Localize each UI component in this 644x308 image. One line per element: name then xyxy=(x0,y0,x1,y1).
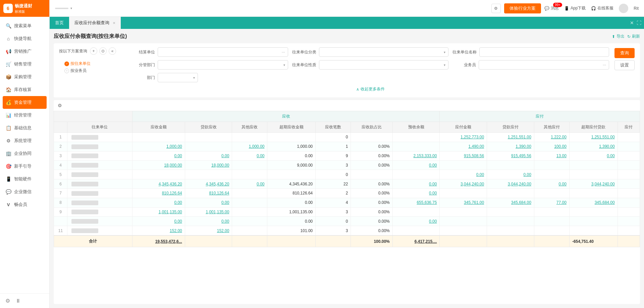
cell-ar-ratio: 0.00% xyxy=(351,161,392,170)
sidebar-item-corp[interactable]: 🏢 企业协同 xyxy=(0,147,49,160)
cell-ap-overdue[interactable]: 0.00 xyxy=(569,151,618,161)
partner-cat-select[interactable]: ▾ xyxy=(319,47,449,57)
cell-ar-amount[interactable]: 18,000.00 xyxy=(132,161,185,170)
tab-ar-query[interactable]: 应收应付余额查询 ✕ xyxy=(69,17,121,29)
cell-ar-prepay[interactable]: 655,636.75 xyxy=(392,198,440,207)
cell-ap-other[interactable]: 100.00 xyxy=(534,142,569,151)
sidebar-item-purchase[interactable]: 📦 采购管理 xyxy=(0,71,49,83)
cell-ar-amount[interactable]: 1,000.00 xyxy=(132,142,185,151)
cell-ap-overdue[interactable]: 1,251,551.00 xyxy=(569,133,618,142)
settings-icon[interactable]: ⚙ xyxy=(5,298,10,304)
partner-nature-select[interactable]: ▾ xyxy=(319,60,449,70)
collapse-button[interactable]: ∧ 收起更多条件 xyxy=(355,85,386,93)
cell-ap-overdue[interactable]: 1,390.00 xyxy=(569,142,618,151)
setting-button[interactable]: 设置 xyxy=(614,60,635,70)
sidebar-item-operation[interactable]: 📊 经营管理 xyxy=(0,109,49,122)
scheme-by-partner[interactable]: ✓ 按往来单位 xyxy=(64,61,126,67)
cell-ap-overdue[interactable]: 345,684.00 xyxy=(569,198,618,207)
cell-ar-loan[interactable]: 0.00 xyxy=(185,151,232,161)
cell-ap-amount[interactable]: 915,508.56 xyxy=(440,151,487,161)
tab-home[interactable]: 首页 xyxy=(50,17,69,29)
cell-ap-other[interactable]: 1,222.00 xyxy=(534,133,569,142)
cell-ap-loan[interactable]: 1,390.00 xyxy=(487,142,534,151)
cell-ap-amount[interactable]: 0.00 xyxy=(440,170,487,179)
service-button[interactable]: 🎧 在线客服 xyxy=(591,5,613,11)
collapse-icon[interactable]: ⏸ xyxy=(15,298,21,304)
cell-ap-loan[interactable]: 0.00 xyxy=(487,170,534,179)
refresh-button[interactable]: ↻ 刷新 xyxy=(627,34,640,39)
query-button[interactable]: 查询 xyxy=(614,48,635,58)
sidebar-item-hardware[interactable]: 📱 智能硬件 xyxy=(0,173,49,185)
collapse-scheme-button[interactable]: « xyxy=(109,47,116,55)
cell-ap-amount[interactable]: 345,761.00 xyxy=(440,198,487,207)
sidebar-item-vip[interactable]: V 畅会员 xyxy=(0,198,49,211)
dept-select[interactable]: ▾ xyxy=(158,73,198,82)
cell-ar-amount[interactable]: 0.00 xyxy=(132,151,185,161)
add-scheme-button[interactable]: + xyxy=(90,47,97,55)
sidebar-item-marketing[interactable]: 📢 营销推广 xyxy=(0,45,49,58)
cell-ar-amount[interactable]: 4,345,436.20 xyxy=(132,179,185,189)
footer-ar-amount[interactable]: 19,553,472,6... xyxy=(132,235,185,247)
tab-close-icon[interactable]: ✕ xyxy=(113,21,115,25)
cell-ar-other[interactable]: 1,000.00 xyxy=(232,142,267,151)
cell-ar-loan[interactable]: 152.00 xyxy=(185,226,232,235)
cell-ap-other[interactable]: 77.00 xyxy=(534,198,569,207)
cell-ar-other[interactable]: 0.00 xyxy=(232,151,267,161)
cell-ar-prepay[interactable]: 0.00 xyxy=(392,188,440,198)
cell-ar-amount[interactable]: 810,126.64 xyxy=(132,188,185,198)
tab-expand-icon[interactable]: ⛶ xyxy=(637,20,641,26)
cell-ap-amount[interactable]: 1,252,773.00 xyxy=(440,133,487,142)
manage-scheme-button[interactable]: ⊙ xyxy=(99,47,107,55)
cell-ar-prepay[interactable]: 0.00 xyxy=(392,179,440,189)
avatar[interactable] xyxy=(619,4,628,13)
cell-ar-amount[interactable]: 152.00 xyxy=(132,226,185,235)
cell-ap-loan[interactable]: 345,684.00 xyxy=(487,198,534,207)
footer-ar-prepay[interactable]: 6,417,215.... xyxy=(392,235,440,247)
cell-ar-loan[interactable]: 0.00 xyxy=(185,217,232,226)
sidebar-item-guide[interactable]: 🎯 新手引导 xyxy=(0,160,49,173)
cell-ar-loan[interactable]: 810,126.64 xyxy=(185,188,232,198)
cell-ar-prepay[interactable]: 0.00 xyxy=(392,217,440,226)
settlement-input[interactable]: ··· xyxy=(158,47,288,57)
cell-ar-other[interactable]: 0.00 xyxy=(232,179,267,189)
gear-button[interactable]: ⚙ xyxy=(491,4,501,13)
sidebar-item-inventory[interactable]: 🏠 库存核算 xyxy=(0,83,49,96)
partner-name-input[interactable] xyxy=(479,47,609,57)
dept-manage-select[interactable]: ▾ xyxy=(158,60,288,70)
tab-close-all-icon[interactable]: ✕ xyxy=(630,20,634,26)
cell-ar-prepay[interactable]: 0.00 xyxy=(392,161,440,170)
cell-ap-other[interactable]: 0.00 xyxy=(534,179,569,189)
sidebar-item-system[interactable]: ⚙ 系统管理 xyxy=(0,134,49,147)
salesman-input[interactable]: ··· xyxy=(479,60,609,70)
cell-ar-amount[interactable]: 0.00 xyxy=(132,198,185,207)
cell-ap-amount[interactable]: 1,490.00 xyxy=(440,142,487,151)
cell-ap-overdue[interactable]: 3,044,240.00 xyxy=(569,179,618,189)
cell-ap-loan[interactable]: 915,495.56 xyxy=(487,151,534,161)
cell-ar-amount[interactable]: 0.00 xyxy=(132,217,185,226)
table-settings-icon[interactable]: ⚙ xyxy=(58,103,62,108)
username-label[interactable]: Rit xyxy=(634,6,639,11)
message-button[interactable]: 💬 消息 99+ xyxy=(544,5,559,11)
scheme-by-salesman[interactable]: ○ 按业务员 xyxy=(64,68,126,74)
download-button[interactable]: 📱 App下载 xyxy=(564,5,586,11)
cell-ar-loan[interactable]: 0.00 xyxy=(185,198,232,207)
chevron-down-icon[interactable]: ▾ xyxy=(70,6,72,10)
cell-ap-loan[interactable]: 1,251,551.00 xyxy=(487,133,534,142)
cell-ap-amount[interactable]: 3,044,240.00 xyxy=(440,179,487,189)
sidebar-item-sales[interactable]: 🛒 销售管理 xyxy=(0,58,49,71)
sidebar-item-quick-nav[interactable]: ⌂ 快捷导航 xyxy=(0,32,49,45)
cell-ar-prepay[interactable]: 2,153,333.00 xyxy=(392,151,440,161)
cell-ap-loan[interactable]: 3,044,240.00 xyxy=(487,179,534,189)
cell-ap-other[interactable]: 13.00 xyxy=(534,151,569,161)
sidebar-item-basic[interactable]: 📋 基础信息 xyxy=(0,122,49,134)
sidebar-item-wechat[interactable]: 💬 企业微信 xyxy=(0,185,49,198)
export-button[interactable]: ⬆ 导出 xyxy=(612,34,625,39)
cell-ap-loan xyxy=(487,188,534,198)
cell-ar-loan[interactable]: 1,001,135.00 xyxy=(185,207,232,217)
cell-ar-loan[interactable]: 18,000.00 xyxy=(185,161,232,170)
cell-ar-amount[interactable]: 1,001,135.00 xyxy=(132,207,185,217)
promo-button[interactable]: 体验行业方案 xyxy=(504,3,541,13)
cell-ar-loan[interactable]: 4,345,436.20 xyxy=(185,179,232,189)
sidebar-item-finance[interactable]: 💰 资金管理 xyxy=(3,96,47,109)
sidebar-item-search[interactable]: 🔍 搜索菜单 xyxy=(0,19,49,32)
